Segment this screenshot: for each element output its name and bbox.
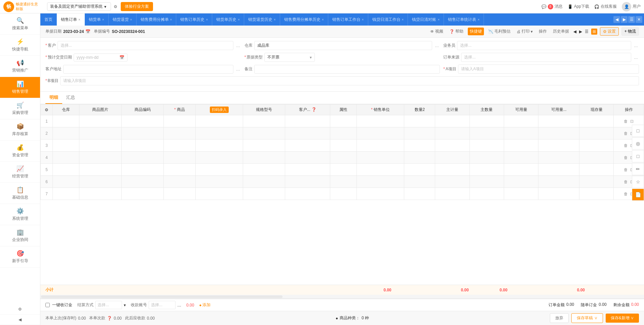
row-main-qty[interactable] xyxy=(469,164,504,176)
notification-item[interactable]: 💬 8 消息 xyxy=(541,4,563,9)
row-product-code[interactable] xyxy=(121,127,164,139)
row-qty2[interactable] xyxy=(404,152,435,164)
sidebar-item-guide[interactable]: 🎯 新手引导 xyxy=(0,246,40,268)
row-product-code[interactable] xyxy=(121,164,164,176)
row-product-image[interactable] xyxy=(79,115,122,127)
row-warehouse[interactable] xyxy=(53,152,79,164)
close-icon[interactable]: × xyxy=(322,18,324,22)
row-product-code[interactable] xyxy=(121,152,164,164)
row-qty2[interactable] xyxy=(404,176,435,188)
settings-icon[interactable]: ⚙ xyxy=(114,4,117,9)
shortcuts-btn[interactable]: 快捷键 xyxy=(468,28,484,35)
sidebar-item-basic[interactable]: 📋 基础信息 xyxy=(0,183,40,204)
row-customer-code[interactable] xyxy=(285,152,330,164)
row-current-stock[interactable] xyxy=(579,152,614,164)
invoice-type-select[interactable]: 不开票 ▾ xyxy=(264,53,315,62)
tab-daily-clear[interactable]: 钱贷日清工作台 × xyxy=(368,13,408,26)
close-icon[interactable]: × xyxy=(478,18,480,22)
row-product-image[interactable] xyxy=(79,176,122,188)
float-btn-3[interactable]: □ xyxy=(632,150,644,162)
row-available-qty2[interactable] xyxy=(538,115,579,127)
row-qty2[interactable] xyxy=(404,164,435,176)
sidebar-item-operations[interactable]: 📈 经营管理 xyxy=(0,162,40,183)
row-sales-unit[interactable] xyxy=(357,115,404,127)
sidebar-item-enterprise[interactable]: 🏢 企业协同 xyxy=(0,225,40,246)
tab-return-goods[interactable]: 销货退货 × xyxy=(109,13,137,26)
tab-home[interactable]: 首页 xyxy=(40,13,57,26)
row-product[interactable] xyxy=(164,115,196,127)
profit-btn[interactable]: 📉 毛利预估 xyxy=(487,28,512,35)
b-project-input[interactable]: 请输入B项目 xyxy=(60,76,639,85)
auto-settle-check[interactable] xyxy=(45,303,50,307)
copy-icon[interactable]: ⊡ xyxy=(630,119,634,124)
discard-button[interactable]: 放弃 xyxy=(550,313,569,323)
row-product-image[interactable] xyxy=(79,188,122,200)
row-main-unit[interactable] xyxy=(435,152,469,164)
row-main-unit[interactable] xyxy=(435,188,469,200)
row-main-unit[interactable] xyxy=(435,164,469,176)
row-sales-unit[interactable] xyxy=(357,164,404,176)
row-current-stock[interactable] xyxy=(579,115,614,127)
row-sales-unit[interactable] xyxy=(357,152,404,164)
tab-order-history[interactable]: 销售订单历史 × xyxy=(176,13,212,26)
delivery-date-input[interactable]: yyyy-mm-dd 📅 xyxy=(74,53,127,62)
history-btn[interactable]: 历史单据 xyxy=(551,28,571,35)
delete-icon[interactable]: 🗑 xyxy=(624,119,628,124)
close-icon[interactable]: × xyxy=(130,18,132,22)
row-customer-code[interactable] xyxy=(285,176,330,188)
row-product-code[interactable] xyxy=(121,176,164,188)
row-attributes[interactable] xyxy=(330,127,357,139)
tab-list-button[interactable]: ☰ xyxy=(628,16,635,23)
industry-button[interactable]: 体验行业方案 xyxy=(121,2,153,11)
row-qty2[interactable] xyxy=(404,127,435,139)
sidebar-item-marketing[interactable]: 📢 营销推广 xyxy=(0,56,40,77)
tab-return-goods-history[interactable]: 销货退货历史 × xyxy=(244,13,280,26)
row-product[interactable] xyxy=(164,139,196,152)
warehouse-dots[interactable]: … xyxy=(434,43,440,48)
row-warehouse[interactable] xyxy=(53,127,79,139)
tab-return-history[interactable]: 销货单历史 × xyxy=(212,13,244,26)
order-source-dots[interactable]: … xyxy=(633,55,639,60)
warehouse-input[interactable]: 成品库 xyxy=(254,41,432,50)
tab-sales-summary[interactable]: 销售订单统计表 × xyxy=(444,13,484,26)
row-product-image[interactable] xyxy=(79,139,122,152)
row-warehouse[interactable] xyxy=(53,164,79,176)
staff-dots[interactable]: … xyxy=(633,43,639,48)
row-product-code[interactable] xyxy=(121,115,164,127)
tab-close-all-button[interactable]: ✕ xyxy=(636,16,642,23)
row-main-qty[interactable] xyxy=(469,115,504,127)
float-btn-6[interactable]: 📄 xyxy=(632,189,644,201)
a-project-input[interactable]: 请输入A项目 xyxy=(458,65,639,74)
row-product-code[interactable] xyxy=(121,188,164,200)
th-settings[interactable]: ⚙ xyxy=(41,105,53,115)
row-sales-unit[interactable] xyxy=(357,176,404,188)
delete-icon[interactable]: 🗑 xyxy=(624,155,628,160)
row-sales-unit[interactable] xyxy=(357,127,404,139)
tab-fee-split-history[interactable]: 销售费用分摊单历史 × xyxy=(280,13,328,26)
row-available-qty[interactable] xyxy=(504,164,538,176)
row-warehouse[interactable] xyxy=(53,188,79,200)
row-spec[interactable] xyxy=(243,115,285,127)
remarks-input[interactable] xyxy=(254,65,440,74)
row-current-stock[interactable] xyxy=(579,164,614,176)
page-nav-next[interactable]: ▶ xyxy=(579,29,582,34)
row-available-qty2[interactable] xyxy=(538,139,579,152)
sidebar-item-inventory[interactable]: 📦 库存核算 xyxy=(0,119,40,140)
grid-view-icon[interactable]: ⊞ xyxy=(591,29,597,35)
row-main-qty[interactable] xyxy=(469,176,504,188)
row-product-image[interactable] xyxy=(79,152,122,164)
float-btn-5[interactable]: ☆ xyxy=(632,176,644,188)
close-icon[interactable]: × xyxy=(206,18,208,22)
row-spec[interactable] xyxy=(243,176,285,188)
scroll-bar-area[interactable] xyxy=(40,295,644,299)
row-spec[interactable] xyxy=(243,152,285,164)
row-spec[interactable] xyxy=(243,127,285,139)
row-spec[interactable] xyxy=(243,164,285,176)
row-available-qty[interactable] xyxy=(504,176,538,188)
scroll-bar[interactable] xyxy=(41,295,282,298)
row-attributes[interactable] xyxy=(330,139,357,152)
close-icon[interactable]: × xyxy=(238,18,240,22)
row-available-qty2[interactable] xyxy=(538,164,579,176)
row-current-stock[interactable] xyxy=(579,188,614,200)
add-button[interactable]: ● 添加 xyxy=(199,302,210,308)
